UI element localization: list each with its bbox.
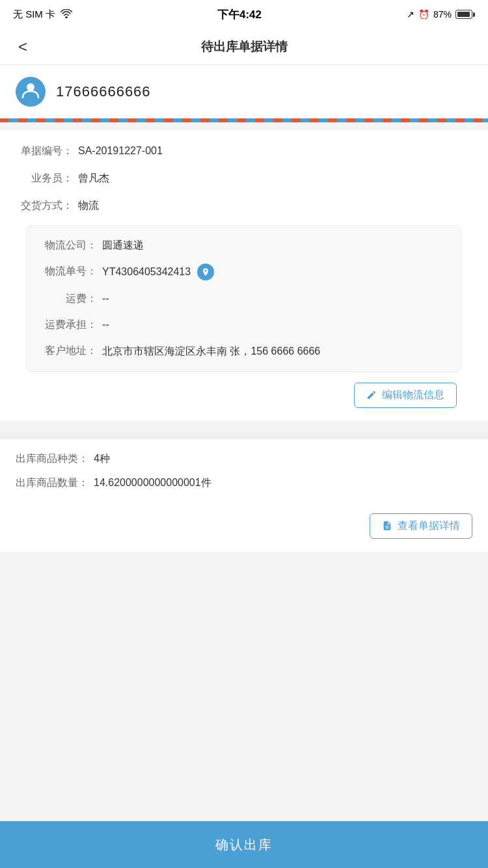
document-icon xyxy=(382,521,392,531)
sales-person-label: 业务员： xyxy=(16,170,73,186)
goods-quantity-label: 出库商品数量： xyxy=(16,476,88,490)
status-left: 无 SIM 卡 xyxy=(13,8,72,21)
battery-icon xyxy=(455,10,475,19)
document-number-value: SA-20191227-001 xyxy=(78,143,472,159)
edit-logistics-label: 编辑物流信息 xyxy=(382,388,444,402)
page-title: 待出库单据详情 xyxy=(201,38,288,55)
sales-person-row: 业务员： 曾凡杰 xyxy=(16,170,472,186)
view-detail-label: 查看单据详情 xyxy=(398,519,460,533)
view-detail-button[interactable]: 查看单据详情 xyxy=(370,513,472,539)
delivery-method-value: 物流 xyxy=(78,198,472,213)
avatar xyxy=(16,77,46,107)
location-icon: ↗ xyxy=(407,9,414,20)
tracking-number-value: YT43064053424​13 xyxy=(102,264,448,280)
logistics-card: 物流公司： 圆通速递 物流单号： YT43064053424​13 运费： --… xyxy=(26,225,462,372)
view-detail-btn-row: 查看单据详情 xyxy=(0,503,488,552)
goods-type-row: 出库商品种类： 4种 xyxy=(16,452,472,466)
address-value: 北京市市辖区海淀区永丰南 张，156 6666 6666 xyxy=(102,343,448,360)
confirm-button-bar[interactable]: 确认出库 xyxy=(0,821,488,868)
battery-percent: 87% xyxy=(433,9,452,20)
svg-point-0 xyxy=(27,83,34,91)
goods-quantity-value: 14.620000000000​0001件 xyxy=(94,476,211,490)
tracking-number-text: YT43064053424​13 xyxy=(102,264,191,280)
logistics-company-row: 物流公司： 圆通速递 xyxy=(40,237,448,253)
goods-section: 出库商品种类： 4种 出库商品数量： 14.620000000000​0001件 xyxy=(0,439,488,503)
freight-bearer-row: 运费承担： -- xyxy=(40,317,448,332)
section-separator xyxy=(0,431,488,439)
status-right: ↗ ⏰ 87% xyxy=(407,9,475,20)
edit-icon xyxy=(366,390,377,400)
freight-value: -- xyxy=(102,291,448,306)
tracking-number-row: 物流单号： YT43064053424​13 xyxy=(40,264,448,280)
status-bar: 无 SIM 卡 下午4:42 ↗ ⏰ 87% xyxy=(0,0,488,29)
customer-header: 17666666666 xyxy=(0,65,488,118)
dashed-divider xyxy=(0,118,488,122)
confirm-button-label: 确认出库 xyxy=(215,836,273,854)
freight-label: 运费： xyxy=(40,291,97,306)
order-info-section: 单据编号： SA-20191227-001 业务员： 曾凡杰 交货方式： 物流 … xyxy=(0,130,488,421)
freight-row: 运费： -- xyxy=(40,291,448,306)
status-time: 下午4:42 xyxy=(217,7,262,22)
goods-quantity-row: 出库商品数量： 14.620000000000​0001件 xyxy=(16,476,472,490)
bottom-spacer xyxy=(0,552,488,669)
logistics-company-label: 物流公司： xyxy=(40,237,97,253)
sales-person-value: 曾凡杰 xyxy=(78,170,472,186)
wifi-icon xyxy=(61,9,72,20)
goods-type-value: 4种 xyxy=(94,452,110,466)
user-icon xyxy=(21,81,40,103)
freight-bearer-label: 运费承担： xyxy=(40,317,97,332)
tracking-number-label: 物流单号： xyxy=(40,264,97,279)
logistics-company-value: 圆通速递 xyxy=(102,237,448,253)
nav-bar: < 待出库单据详情 xyxy=(0,29,488,65)
document-number-label: 单据编号： xyxy=(16,143,73,159)
address-row: 客户地址： 北京市市辖区海淀区永丰南 张，156 6666 6666 xyxy=(40,343,448,360)
goods-type-label: 出库商品种类： xyxy=(16,452,88,466)
edit-logistics-button[interactable]: 编辑物流信息 xyxy=(354,383,457,408)
location-pin-button[interactable] xyxy=(197,264,214,280)
customer-phone: 17666666666 xyxy=(56,83,151,100)
address-label: 客户地址： xyxy=(40,343,97,359)
delivery-method-row: 交货方式： 物流 xyxy=(16,198,472,213)
back-button[interactable]: < xyxy=(13,33,33,61)
alarm-icon: ⏰ xyxy=(418,9,429,20)
document-number-row: 单据编号： SA-20191227-001 xyxy=(16,143,472,159)
edit-btn-row: 编辑物流信息 xyxy=(16,372,472,408)
carrier-text: 无 SIM 卡 xyxy=(13,8,55,21)
delivery-method-label: 交货方式： xyxy=(16,198,73,213)
freight-bearer-value: -- xyxy=(102,317,448,332)
